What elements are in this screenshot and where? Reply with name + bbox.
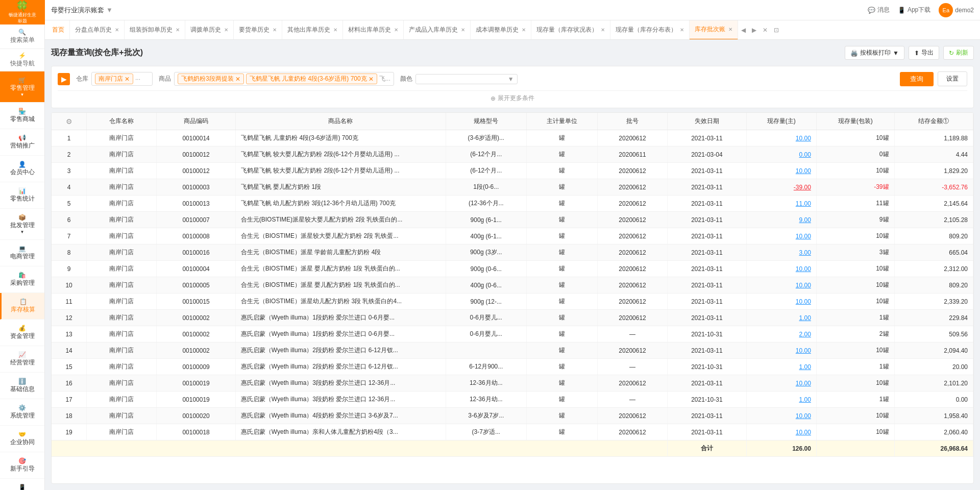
row-qty-main[interactable]: 1.00: [746, 310, 816, 326]
export-button[interactable]: ⬆ 导出: [909, 46, 939, 60]
tab-requisition[interactable]: 要货单历史 ✕: [234, 20, 282, 40]
row-code: 00100019: [157, 391, 235, 408]
tab-next-btn[interactable]: ▶: [749, 24, 760, 36]
row-qty-main[interactable]: 10.00: [746, 228, 816, 244]
row-name: 合生元（BIOSTIME）派星幼儿配方奶粉 3段 乳铁蛋白的4...: [235, 293, 446, 310]
sidebar-item-basic-info[interactable]: ℹ️ 基础信息: [0, 373, 44, 399]
close-icon[interactable]: ✕: [333, 27, 337, 33]
goods-tag-2-close[interactable]: ✕: [369, 76, 374, 83]
sidebar-search[interactable]: 🔍 搜索菜单: [0, 24, 44, 49]
row-batch: 20200611: [597, 146, 667, 163]
tab-stock-dist[interactable]: 现存量（库存分布表） ✕: [610, 20, 690, 40]
sidebar-item-retail-stats[interactable]: 📊 零售统计: [0, 182, 44, 209]
col-header-qty-main: 现存量(主): [746, 113, 816, 130]
tab-inventory-count[interactable]: 分盘点单历史 ✕: [70, 20, 125, 40]
row-name: 合生元（BIOSTIME）派星 婴儿配方奶粉 1段 乳铁蛋白的...: [235, 261, 446, 277]
tab-cost-adjust[interactable]: 成本调整单历史 ✕: [471, 20, 531, 40]
row-qty-main[interactable]: 10.00: [746, 342, 816, 359]
row-qty-main[interactable]: 10.00: [746, 375, 816, 391]
refresh-button[interactable]: ↻ 刷新: [943, 46, 974, 60]
sidebar-item-inventory[interactable]: 📋 库存核算: [0, 293, 44, 320]
row-qty-main[interactable]: 1.00: [746, 359, 816, 375]
col-header-spec: 规格型号: [446, 113, 526, 130]
tab-prev-btn[interactable]: ◀: [738, 24, 749, 36]
footer-label-text: 合计: [668, 440, 746, 457]
goods-tag-1-close[interactable]: ✕: [235, 76, 240, 83]
basic-info-icon: ℹ️: [2, 378, 42, 385]
table-row: 19 南岸门店 00100018 惠氏启蒙（Wyeth illuma）亲和人体儿…: [52, 424, 973, 440]
row-qty-main[interactable]: 10.00: [746, 408, 816, 424]
tab-close-btn[interactable]: ✕: [760, 24, 771, 36]
sidebar-item-finance[interactable]: 💰 资金管理: [0, 320, 44, 346]
tab-finished-inbound[interactable]: 产成品入库单历史 ✕: [404, 20, 471, 40]
tab-stock-status[interactable]: 现存量（库存状况表） ✕: [531, 20, 610, 40]
goods-filter-dots[interactable]: 飞...: [379, 75, 390, 83]
query-button[interactable]: 查询: [900, 72, 934, 86]
row-qty-main[interactable]: 3.00: [746, 244, 816, 261]
retail-mgmt-icon: 🛒: [2, 77, 42, 84]
tab-batch-account[interactable]: 库存批次账 ✕: [690, 20, 738, 40]
sidebar-item-purchase[interactable]: 🛍️ 采购管理: [0, 266, 44, 293]
row-qty-main[interactable]: 1.00: [746, 391, 816, 408]
message-btn[interactable]: 💬 消息: [868, 6, 890, 14]
sidebar-item-management[interactable]: 📈 经营管理: [0, 346, 44, 373]
warehouse-filter-dots[interactable]: ···: [135, 76, 140, 83]
row-qty-main[interactable]: 0.00: [746, 146, 816, 163]
sidebar-item-ecommerce[interactable]: 💻 电商管理: [0, 240, 44, 266]
tab-other-outbound[interactable]: 其他出库单历史 ✕: [282, 20, 343, 40]
tab-material-outbound[interactable]: 材料出库单历史 ✕: [343, 20, 404, 40]
sidebar-item-guide[interactable]: 🎯 新手引导: [0, 452, 44, 479]
row-qty-main[interactable]: 10.00: [746, 261, 816, 277]
col-header-settings[interactable]: ⚙: [52, 113, 87, 130]
template-print-button[interactable]: 🖨️ 按模板打印 ▼: [845, 46, 904, 60]
row-qty-main[interactable]: 11.00: [746, 195, 816, 212]
close-icon[interactable]: ✕: [728, 27, 732, 32]
col-header-name: 商品名称: [235, 113, 446, 130]
sidebar-item-members[interactable]: 👤 会员中心: [0, 156, 44, 182]
sidebar-item-enterprise[interactable]: 🤝 企业协同: [0, 426, 44, 452]
row-qty-main[interactable]: 2.00: [746, 326, 816, 342]
account-selector[interactable]: 母婴行业演示账套 ▼: [51, 6, 113, 15]
tab-assembly[interactable]: 组装拆卸单历史 ✕: [125, 20, 185, 40]
sidebar-item-retail-mgmt[interactable]: 🛒 零售管理 ▼: [0, 71, 44, 103]
close-icon[interactable]: ✕: [522, 27, 526, 33]
row-qty-main[interactable]: 10.00: [746, 163, 816, 179]
color-tag-container[interactable]: ▼: [415, 74, 518, 84]
user-profile[interactable]: Ea demo2: [939, 3, 974, 17]
close-icon[interactable]: ✕: [176, 27, 180, 33]
row-qty-main[interactable]: 10.00: [746, 293, 816, 310]
row-qty-main[interactable]: 10.00: [746, 277, 816, 293]
filter-expand-button[interactable]: ▶: [58, 73, 70, 85]
row-qty-main[interactable]: 10.00: [746, 130, 816, 146]
tab-transfer[interactable]: 调拨单历史 ✕: [185, 20, 234, 40]
close-icon[interactable]: ✕: [601, 27, 605, 33]
sidebar-item-retail-shop[interactable]: 🏪 零售商城: [0, 103, 44, 129]
sidebar-item-wholesale[interactable]: 📦 批发管理 ▼: [0, 209, 44, 240]
row-qty-main[interactable]: 9.00: [746, 212, 816, 228]
main-area: 母婴行业演示账套 ▼ 💬 消息 📱 App下载 Ea demo2 首页 分盘点单…: [45, 0, 980, 490]
settings-button[interactable]: 设置: [938, 71, 967, 86]
tab-more-btn[interactable]: ⊡: [771, 24, 782, 36]
print-icon: 🖨️: [850, 50, 858, 57]
close-icon[interactable]: ✕: [224, 27, 228, 33]
close-icon[interactable]: ✕: [115, 27, 119, 33]
sidebar-quicknav[interactable]: ⚡ 快捷导航: [0, 49, 44, 71]
sidebar-item-appstore[interactable]: 📱 应用中心: [0, 479, 44, 490]
row-code: 00100014: [157, 130, 235, 146]
row-qty-main[interactable]: -39.00: [746, 179, 816, 195]
row-qty-main[interactable]: 10.00: [746, 424, 816, 440]
row-qty-pack: 1罐: [816, 359, 894, 375]
close-icon[interactable]: ✕: [461, 27, 465, 33]
expand-more-btn[interactable]: ⊕ 展开更多条件: [58, 90, 967, 103]
warehouse-tag-close[interactable]: ✕: [125, 76, 130, 83]
sidebar-item-marketing[interactable]: 📢 营销推广: [0, 129, 44, 156]
goods-tag-container[interactable]: 飞鹤奶粉3段两提装 ✕ 飞鹤星飞帆 儿童奶粉 4段(3-6岁适用) 700克 ✕…: [174, 72, 394, 86]
close-icon[interactable]: ✕: [394, 27, 398, 33]
app-download-btn[interactable]: 📱 App下载: [898, 6, 930, 14]
warehouse-tag-container[interactable]: 南岸门店 ✕ ···: [91, 72, 153, 86]
tab-home[interactable]: 首页: [47, 20, 70, 40]
sidebar-item-system[interactable]: ⚙️ 系统管理: [0, 399, 44, 426]
footer-balance-total: 26,968.64: [894, 440, 973, 457]
close-icon[interactable]: ✕: [680, 27, 684, 33]
close-icon[interactable]: ✕: [273, 27, 277, 33]
